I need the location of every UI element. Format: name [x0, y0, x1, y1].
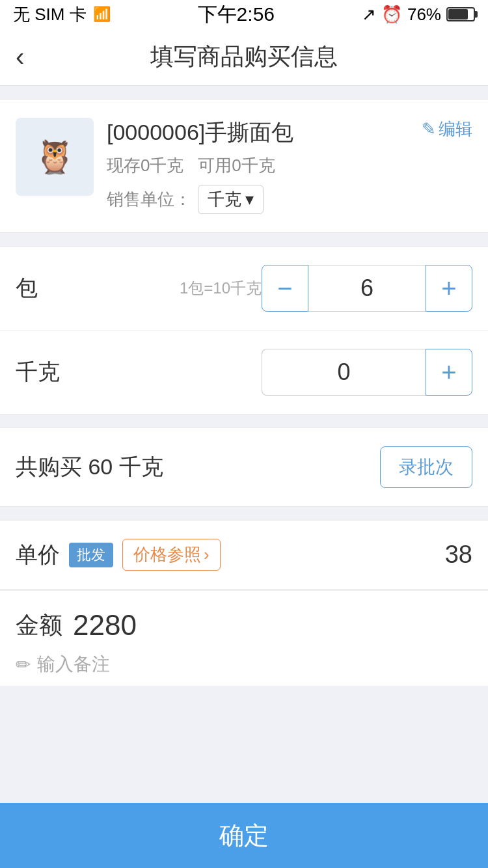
amount-value: 2280 [73, 609, 137, 642]
confirm-bar[interactable]: 确定 [0, 803, 488, 868]
price-ref-label: 价格参照 [133, 543, 201, 566]
nav-bar: ‹ 填写商品购买信息 [0, 29, 488, 86]
product-info: [0000006]手撕面包 ✎ 编辑 现存0千克 可用0千克 销售单位： 千克 … [107, 118, 472, 214]
amount-section: 金额 2280 ✏ 输入备注 [0, 591, 488, 686]
summary-text: 共购买 60 千克 [16, 452, 163, 482]
product-card: 🦉 [0000006]手撕面包 ✎ 编辑 现存0千克 可用0千克 销售单位： 千… [0, 99, 488, 233]
price-label: 单价 [16, 540, 60, 570]
product-name: [0000006]手撕面包 [107, 118, 293, 148]
bag-increment-button[interactable]: + [426, 265, 472, 312]
no-sim-label: 无 SIM 卡 [13, 3, 87, 26]
edit-button[interactable]: ✎ 编辑 [422, 118, 472, 141]
amount-label: 金额 [16, 610, 62, 642]
price-value: 38 [445, 541, 472, 569]
chevron-right-icon: › [204, 545, 210, 565]
product-stock: 现存0千克 可用0千克 [107, 154, 472, 177]
kg-increment-button[interactable]: + [426, 349, 472, 396]
kg-quantity-row: 千克 + [0, 331, 488, 414]
bag-hint: 1包=10千克 [180, 278, 262, 299]
product-image: 🦉 [16, 118, 94, 196]
status-bar: 无 SIM 卡 📶 下午2:56 ↗ ⏰ 76% [0, 0, 488, 29]
remark-row[interactable]: ✏ 输入备注 [16, 652, 472, 677]
edit-icon: ✎ [422, 119, 436, 139]
status-right: ↗ ⏰ 76% [362, 5, 475, 25]
stock-label: 现存0千克 [107, 156, 183, 175]
price-section: 单价 批发 价格参照 › 38 [0, 520, 488, 590]
bag-decrement-button[interactable]: − [262, 265, 308, 312]
unit-value: 千克 [208, 188, 241, 211]
kg-label: 千克 [16, 357, 262, 387]
remark-placeholder[interactable]: 输入备注 [37, 652, 110, 677]
quantity-section: 包 1包=10千克 − + 千克 + [0, 246, 488, 414]
bag-quantity-row: 包 1包=10千克 − + [0, 247, 488, 331]
battery-icon [446, 7, 475, 21]
back-button[interactable]: ‹ [16, 42, 24, 72]
available-label: 可用0千克 [198, 156, 275, 175]
alarm-icon: ⏰ [381, 5, 402, 25]
batch-button[interactable]: 录批次 [380, 446, 472, 488]
kg-quantity-input[interactable] [262, 349, 426, 396]
unit-prefix: 销售单位： [107, 188, 191, 211]
page-title: 填写商品购买信息 [150, 41, 338, 73]
product-unit-row: 销售单位： 千克 ▾ [107, 185, 472, 214]
bag-quantity-input[interactable] [308, 265, 426, 312]
bag-label: 包 [16, 273, 173, 303]
summary-section: 共购买 60 千克 录批次 [0, 427, 488, 507]
unit-selector[interactable]: 千克 ▾ [198, 185, 264, 214]
product-logo-icon: 🦉 [34, 138, 75, 176]
status-left: 无 SIM 卡 📶 [13, 3, 111, 26]
location-icon: ↗ [362, 5, 376, 25]
price-reference-button[interactable]: 价格参照 › [122, 539, 221, 571]
status-time: 下午2:56 [198, 1, 275, 28]
chevron-down-icon: ▾ [245, 189, 254, 210]
wifi-icon: 📶 [93, 6, 111, 23]
kg-qty-controls: + [262, 349, 472, 396]
pencil-icon: ✏ [16, 654, 31, 675]
bag-qty-controls: − + [262, 265, 472, 312]
battery-percent: 76% [407, 5, 441, 25]
price-type-tag: 批发 [69, 543, 113, 567]
edit-label: 编辑 [439, 118, 472, 141]
amount-row: 金额 2280 [16, 609, 472, 642]
confirm-button-label: 确定 [219, 819, 269, 852]
